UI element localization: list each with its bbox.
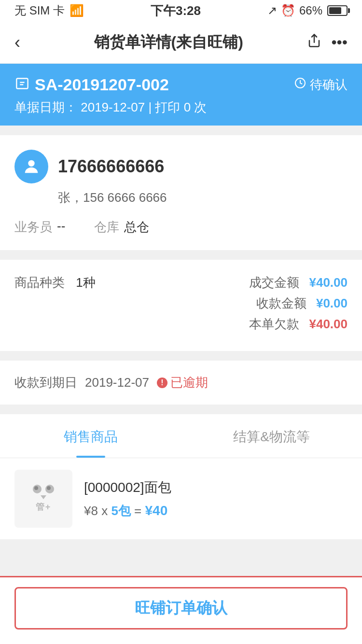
product-list: 管+ [0000002]面包 ¥8 x 5包 = ¥40 bbox=[0, 458, 362, 540]
alarm-icon: ⏰ bbox=[281, 4, 295, 17]
svg-point-5 bbox=[28, 160, 34, 167]
wifi-icon: 📶 bbox=[70, 4, 84, 17]
customer-phone: 17666666666 bbox=[58, 156, 164, 177]
tabs-header: 销售商品 结算&物流等 bbox=[0, 414, 362, 458]
product-thumbnail: 管+ bbox=[14, 470, 72, 528]
battery-percent: 66% bbox=[299, 4, 322, 17]
tab-sales-goods[interactable]: 销售商品 bbox=[0, 414, 181, 458]
customer-name-alt: 张，156 6666 6666 bbox=[58, 189, 348, 206]
product-type-row: 商品种类 1种 bbox=[14, 274, 96, 291]
transaction-row: 成交金额 ¥40.00 bbox=[249, 274, 348, 291]
status-bar: 无 SIM 卡 📶 下午3:28 ↗ ⏰ 66% bbox=[0, 0, 362, 21]
due-date-value: 2019-12-07 bbox=[85, 375, 149, 390]
transaction-value: ¥40.00 bbox=[309, 275, 348, 290]
owl-text: 管+ bbox=[36, 501, 52, 513]
share-button[interactable] bbox=[307, 33, 321, 52]
order-header-top: SA-20191207-002 待确认 bbox=[14, 75, 348, 94]
carrier-label: 无 SIM 卡 bbox=[14, 3, 65, 18]
status-left: 无 SIM 卡 📶 bbox=[14, 3, 84, 18]
order-icon bbox=[14, 75, 30, 94]
order-date: 单据日期： 2019-12-07 | 打印 0 次 bbox=[14, 99, 348, 116]
owl-eyes bbox=[33, 485, 54, 493]
multiply-sign: x bbox=[101, 504, 108, 518]
table-row: 管+ [0000002]面包 ¥8 x 5包 = ¥40 bbox=[0, 458, 362, 540]
nav-actions: ••• bbox=[307, 33, 348, 52]
salesperson-value: -- bbox=[57, 219, 65, 236]
status-text: 待确认 bbox=[310, 76, 348, 93]
collected-row: 收款金额 ¥0.00 bbox=[249, 295, 348, 312]
salesperson-label: 业务员 bbox=[14, 219, 52, 236]
back-button[interactable]: ‹ bbox=[14, 32, 30, 53]
nav-bar: ‹ 销货单详情(来自旺铺) ••• bbox=[0, 21, 362, 64]
page-title: 销货单详情(来自旺铺) bbox=[30, 32, 307, 53]
owl-beak bbox=[41, 495, 46, 499]
bottom-bar: 旺铺订单确认 bbox=[0, 576, 362, 644]
battery-icon bbox=[327, 5, 348, 16]
due-date-section: 收款到期日 2019-12-07 ! 已逾期 bbox=[0, 361, 362, 405]
status-time: 下午3:28 bbox=[151, 2, 201, 19]
tabs-section: 销售商品 结算&物流等 管+ [0000002]面包 ¥8 bbox=[0, 414, 362, 540]
warehouse-info: 仓库 总仓 bbox=[94, 219, 149, 236]
owl-eye-left bbox=[33, 485, 42, 493]
more-button[interactable]: ••• bbox=[331, 33, 348, 51]
svg-rect-1 bbox=[16, 79, 28, 89]
amounts-left: 商品种类 1种 bbox=[14, 274, 96, 293]
order-number: SA-20191207-002 bbox=[14, 75, 169, 94]
warehouse-value: 总仓 bbox=[124, 219, 149, 236]
confirm-order-button[interactable]: 旺铺订单确认 bbox=[14, 587, 348, 630]
owed-label: 本单欠款 bbox=[249, 316, 299, 333]
price-unit: ¥8 bbox=[84, 504, 98, 518]
product-qty: 5包 bbox=[111, 504, 130, 518]
amounts-section: 商品种类 1种 成交金额 ¥40.00 收款金额 ¥0.00 本单欠款 ¥40.… bbox=[0, 260, 362, 351]
order-status: 待确认 bbox=[294, 76, 348, 93]
customer-card: 17666666666 张，156 6666 6666 业务员 -- 仓库 总仓 bbox=[0, 135, 362, 250]
customer-top: 17666666666 bbox=[14, 150, 348, 183]
product-type-label: 商品种类 bbox=[14, 275, 65, 290]
location-icon: ↗ bbox=[267, 4, 277, 17]
status-right: ↗ ⏰ 66% bbox=[267, 4, 348, 17]
transaction-label: 成交金额 bbox=[249, 274, 299, 291]
amounts-right: 成交金额 ¥40.00 收款金额 ¥0.00 本单欠款 ¥40.00 bbox=[249, 274, 348, 336]
overdue-text: 已逾期 bbox=[170, 374, 208, 391]
product-name: [0000002]面包 bbox=[84, 478, 348, 497]
product-type-value: 1种 bbox=[76, 275, 95, 290]
tab-settlement[interactable]: 结算&物流等 bbox=[181, 414, 362, 458]
order-header: SA-20191207-002 待确认 单据日期： 2019-12-07 | 打… bbox=[0, 64, 362, 126]
equals-sign: = bbox=[134, 504, 141, 518]
customer-meta: 业务员 -- 仓库 总仓 bbox=[14, 214, 348, 236]
collected-value: ¥0.00 bbox=[316, 296, 348, 311]
product-total: ¥40 bbox=[145, 503, 168, 518]
product-thumb-inner: 管+ bbox=[33, 485, 54, 513]
collected-label: 收款金额 bbox=[256, 295, 306, 312]
salesperson-info: 业务员 -- bbox=[14, 219, 65, 236]
customer-avatar bbox=[14, 150, 48, 183]
owed-value: ¥40.00 bbox=[309, 317, 348, 332]
warehouse-label: 仓库 bbox=[94, 219, 119, 236]
owl-eye-right bbox=[45, 485, 54, 493]
owed-row: 本单欠款 ¥40.00 bbox=[249, 316, 348, 333]
due-date-label: 收款到期日 bbox=[14, 374, 77, 391]
clock-icon bbox=[294, 77, 306, 92]
overdue-icon: ! bbox=[157, 378, 167, 388]
product-info: [0000002]面包 ¥8 x 5包 = ¥40 bbox=[84, 478, 348, 519]
overdue-badge: ! 已逾期 bbox=[157, 374, 208, 391]
product-price: ¥8 x 5包 = ¥40 bbox=[84, 503, 348, 519]
